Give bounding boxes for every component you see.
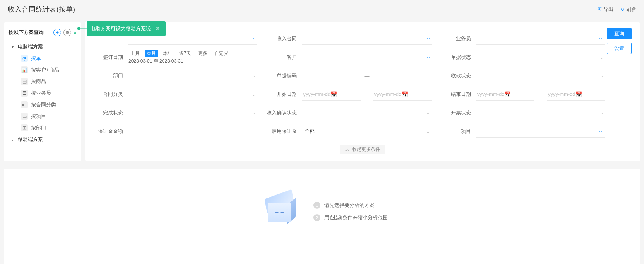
range-dash: — bbox=[538, 92, 543, 97]
filter-bill-status: 单据状态 ⌄ bbox=[441, 48, 605, 66]
filter-label: 结束日期 bbox=[441, 91, 476, 98]
tree-group-mobile[interactable]: ▸ 移动端方案 bbox=[4, 134, 81, 145]
deposit-to-input[interactable] bbox=[199, 128, 257, 135]
filter-deposit: 保证金金额 — bbox=[93, 122, 257, 141]
bill-status-select[interactable]: ⌄ bbox=[476, 51, 605, 63]
step-text: 请先选择要分析的方案 bbox=[324, 202, 375, 209]
tree-item-by-contract-category[interactable]: ⫾⫾ 按合同分类 bbox=[4, 99, 81, 111]
tree-item-label: 按项目 bbox=[31, 113, 46, 120]
filter-bill-no: 单据编码 — bbox=[267, 66, 431, 85]
complete-status-select[interactable]: ⌄ bbox=[128, 107, 257, 119]
calendar-icon[interactable]: 📅 bbox=[504, 91, 511, 97]
date-tab-custom[interactable]: 自定义 bbox=[212, 50, 230, 57]
filter-department: 部门 ⌄ bbox=[93, 66, 257, 85]
chevron-down-icon[interactable]: ⌄ bbox=[600, 110, 604, 116]
collapse-label: 收起更多条件 bbox=[352, 146, 380, 153]
chevron-down-icon[interactable]: ⌄ bbox=[600, 55, 604, 60]
start-date-from-input[interactable]: yyyy-mm-dd 📅 bbox=[302, 88, 360, 101]
clock-icon: ◔ bbox=[21, 55, 28, 62]
calendar-icon[interactable]: 📅 bbox=[401, 91, 408, 97]
date-tab-this-month[interactable]: 本月 bbox=[145, 50, 158, 57]
tree-item-by-customer-product[interactable]: 📊 按客户+商品 bbox=[4, 64, 81, 76]
pay-status-select[interactable]: ⌄ bbox=[476, 70, 605, 82]
empty-state: 1 请先选择要分析的方案 2 用[过滤]条件来缩小分析范围 bbox=[4, 169, 640, 264]
contract-category-select[interactable]: ⌄ bbox=[128, 88, 257, 100]
filter-label: 启用保证金 bbox=[267, 128, 302, 135]
empty-step-2: 2 用[过滤]条件来缩小分析范围 bbox=[313, 214, 387, 221]
filter-label: 开始日期 bbox=[267, 91, 302, 98]
chevron-down-icon[interactable]: ⌄ bbox=[600, 73, 604, 78]
step-number-icon: 2 bbox=[313, 214, 320, 221]
hint-tooltip: 电脑方案可设为移动方案啦 ✕ bbox=[85, 21, 166, 36]
enable-deposit-select[interactable]: 全部 ⌄ bbox=[302, 125, 431, 138]
tree-group-label: 移动端方案 bbox=[18, 136, 43, 143]
collapse-conditions-button[interactable]: ︽ 收起更多条件 bbox=[340, 145, 385, 154]
gear-icon[interactable]: ⚙ bbox=[63, 29, 71, 36]
filter-label: 开票状态 bbox=[441, 109, 476, 116]
more-icon[interactable]: ⋯ bbox=[425, 55, 430, 60]
more-icon[interactable]: ⋯ bbox=[251, 36, 256, 41]
project-select[interactable]: ⋯ bbox=[476, 125, 605, 138]
bill-no-from-input[interactable] bbox=[302, 73, 360, 79]
date-tab-this-year[interactable]: 本年 bbox=[161, 50, 174, 57]
tree-item-label: 按合同分类 bbox=[31, 101, 56, 108]
more-icon[interactable]: ⋯ bbox=[599, 36, 604, 41]
tree-item-by-department[interactable]: ⊞ 按部门 bbox=[4, 122, 81, 134]
customer-select[interactable]: ⋯ bbox=[302, 51, 431, 63]
chevron-down-icon[interactable]: ⌄ bbox=[252, 110, 256, 116]
date-tab-last-month[interactable]: 上月 bbox=[128, 50, 142, 57]
confirm-status-select[interactable]: ⌄ bbox=[302, 107, 431, 119]
deposit-from-input[interactable] bbox=[128, 128, 187, 135]
end-date-to-input[interactable]: yyyy-mm-dd 📅 bbox=[547, 88, 605, 101]
department-select[interactable]: ⌄ bbox=[128, 70, 257, 82]
tooltip-close-button[interactable]: ✕ bbox=[156, 26, 160, 32]
date-tab-7days[interactable]: 近7天 bbox=[177, 50, 193, 57]
tree-group-label: 电脑端方案 bbox=[18, 43, 43, 50]
salesperson-select[interactable]: ⋯ bbox=[476, 32, 605, 45]
add-plan-button[interactable]: + bbox=[53, 29, 61, 36]
empty-step-1: 1 请先选择要分析的方案 bbox=[313, 202, 387, 209]
more-icon[interactable]: ⋯ bbox=[599, 129, 604, 134]
filter-contract-category: 合同分类 ⌄ bbox=[93, 85, 257, 104]
date-tab-more[interactable]: 更多 bbox=[196, 50, 209, 57]
filter-label: 完成状态 bbox=[93, 109, 128, 116]
refresh-button[interactable]: ↻ 刷新 bbox=[620, 6, 636, 13]
end-date-from-input[interactable]: yyyy-mm-dd 📅 bbox=[476, 88, 534, 101]
chevron-down-icon[interactable]: ⌄ bbox=[426, 129, 430, 134]
income-contract-select[interactable]: ⋯ bbox=[302, 32, 431, 45]
filter-label: 部门 bbox=[93, 72, 128, 79]
filter-pay-status: 收款状态 ⌄ bbox=[441, 66, 605, 85]
date-placeholder: yyyy-mm-dd bbox=[374, 91, 402, 97]
filter-income-contract: 收入合同 ⋯ bbox=[267, 29, 431, 48]
export-icon: ⇱ bbox=[598, 7, 602, 12]
chevron-down-icon[interactable]: ⌄ bbox=[252, 92, 256, 97]
calendar-icon[interactable]: 📅 bbox=[575, 91, 582, 97]
filter-end-date: 结束日期 yyyy-mm-dd 📅 — yyyy-mm-dd 📅 bbox=[441, 85, 605, 104]
settings-button[interactable]: 设置 bbox=[607, 43, 632, 54]
tree-item-by-salesperson[interactable]: ☰ 按业务员 bbox=[4, 87, 81, 99]
grid-icon: ⊞ bbox=[21, 124, 28, 131]
tree-item-by-project[interactable]: ▭ 按项目 bbox=[4, 111, 81, 122]
refresh-icon: ↻ bbox=[620, 7, 625, 12]
select-value: 全部 bbox=[305, 128, 315, 135]
query-button[interactable]: 查询 bbox=[607, 28, 632, 39]
bill-no-to-input[interactable] bbox=[373, 73, 432, 79]
start-date-to-input[interactable]: yyyy-mm-dd 📅 bbox=[373, 88, 432, 101]
collapse-sidebar-icon[interactable]: « bbox=[74, 29, 77, 36]
filter-project: 项目 ⋯ bbox=[441, 122, 605, 141]
filter-enable-deposit: 启用保证金 全部 ⌄ bbox=[267, 122, 431, 141]
chart-icon: 📊 bbox=[21, 66, 28, 73]
calendar-icon[interactable]: 📅 bbox=[331, 91, 337, 97]
export-button[interactable]: ⇱ 导出 bbox=[598, 6, 613, 13]
invoice-status-select[interactable]: ⌄ bbox=[476, 107, 605, 119]
empty-illustration bbox=[256, 192, 303, 231]
chevron-down-icon[interactable]: ⌄ bbox=[426, 110, 430, 116]
person-icon: ☰ bbox=[21, 90, 28, 97]
more-icon[interactable]: ⋯ bbox=[425, 36, 430, 41]
chevron-down-icon[interactable]: ⌄ bbox=[252, 73, 256, 78]
tree-item-by-product[interactable]: ▤ 按商品 bbox=[4, 76, 81, 87]
tree-item-by-order[interactable]: ◔ 按单 bbox=[4, 53, 81, 64]
date-placeholder: yyyy-mm-dd bbox=[477, 91, 505, 97]
step-text: 用[过滤]条件来缩小分析范围 bbox=[324, 214, 387, 221]
tree-group-desktop[interactable]: ▾ 电脑端方案 bbox=[4, 41, 81, 53]
